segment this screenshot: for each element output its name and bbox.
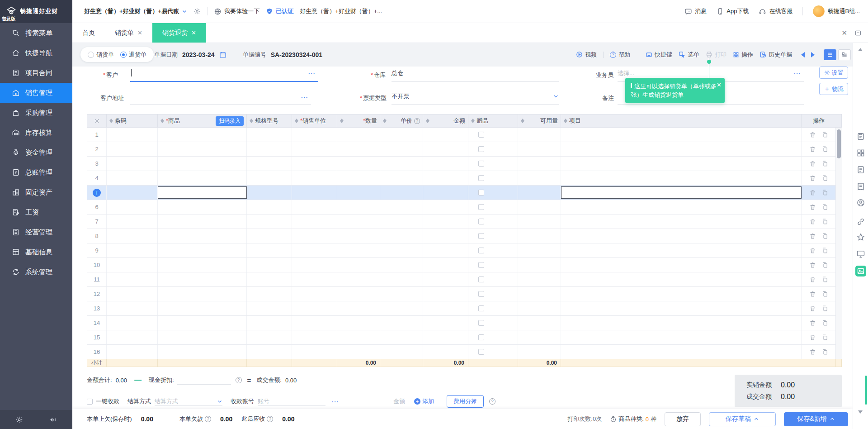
cell-barcode[interactable] bbox=[107, 316, 158, 330]
copy-row-icon[interactable] bbox=[821, 262, 828, 268]
gift-checkbox[interactable] bbox=[478, 305, 484, 311]
gift-checkbox[interactable] bbox=[478, 320, 484, 326]
calendar-icon[interactable] bbox=[219, 51, 226, 58]
cell-action[interactable] bbox=[802, 200, 836, 214]
copy-row-icon[interactable] bbox=[821, 348, 828, 355]
cell-product[interactable] bbox=[158, 229, 247, 243]
delete-row-icon[interactable] bbox=[809, 131, 816, 138]
cell-amount[interactable] bbox=[423, 171, 468, 185]
delete-row-icon[interactable] bbox=[809, 319, 816, 326]
cell-price[interactable] bbox=[380, 128, 423, 142]
discount-help-icon[interactable]: ? bbox=[236, 377, 242, 383]
cell-barcode[interactable] bbox=[107, 200, 158, 214]
address-input[interactable] bbox=[130, 88, 311, 105]
column-header-gift[interactable]: 赠品 bbox=[468, 114, 518, 127]
copy-row-icon[interactable] bbox=[821, 189, 828, 196]
cell-unit[interactable] bbox=[292, 301, 337, 315]
messages-button[interactable]: 消息 bbox=[684, 7, 707, 15]
fee-share-button[interactable]: 费用分摊 bbox=[447, 395, 484, 408]
cell-amount[interactable] bbox=[423, 229, 468, 243]
sort-arrows-icon[interactable] bbox=[564, 117, 567, 125]
cell-available[interactable] bbox=[518, 229, 561, 243]
cell-project[interactable] bbox=[561, 214, 802, 229]
cell-action[interactable] bbox=[802, 142, 836, 156]
cell-spec[interactable] bbox=[247, 316, 292, 330]
copy-row-icon[interactable] bbox=[821, 291, 828, 297]
cell-price[interactable] bbox=[380, 229, 423, 243]
copy-row-icon[interactable] bbox=[821, 146, 828, 153]
cell-barcode[interactable] bbox=[107, 330, 158, 344]
sidebar-item-sale[interactable]: 销售管理 bbox=[0, 83, 72, 103]
pick-order-button[interactable]: 选单 bbox=[679, 51, 699, 59]
table-row[interactable]: 4 bbox=[87, 171, 841, 186]
cell-project[interactable] bbox=[561, 330, 802, 344]
cell-product[interactable] bbox=[158, 142, 247, 156]
cell-product[interactable] bbox=[158, 171, 247, 185]
column-header-qty[interactable]: *数量 bbox=[337, 114, 380, 127]
gift-checkbox[interactable] bbox=[478, 161, 484, 167]
cell-barcode[interactable] bbox=[107, 301, 158, 315]
cell-price[interactable] bbox=[380, 243, 423, 257]
settle-select[interactable]: 结算方式 bbox=[155, 397, 222, 406]
apps-icon[interactable] bbox=[856, 148, 865, 157]
cell-spec[interactable] bbox=[247, 128, 292, 142]
customer-picker-dots[interactable]: ··· bbox=[308, 70, 316, 77]
cell-product[interactable] bbox=[158, 214, 247, 229]
cell-action[interactable] bbox=[802, 345, 836, 359]
cell-gift[interactable] bbox=[468, 171, 518, 185]
cell-price[interactable] bbox=[380, 272, 423, 286]
cell-action[interactable] bbox=[802, 272, 836, 286]
cell-project[interactable] bbox=[561, 301, 802, 315]
cell-available[interactable] bbox=[518, 345, 561, 359]
scroll-down-icon[interactable] bbox=[858, 410, 863, 416]
gift-checkbox[interactable] bbox=[478, 349, 484, 355]
online-service-button[interactable]: 在线客服 bbox=[759, 7, 793, 15]
cell-unit[interactable] bbox=[292, 171, 337, 185]
cell-qty[interactable] bbox=[337, 272, 380, 286]
cell-gift[interactable] bbox=[468, 142, 518, 156]
invoice-icon[interactable] bbox=[856, 182, 865, 191]
cell-barcode[interactable] bbox=[107, 214, 158, 229]
cell-price[interactable] bbox=[380, 287, 423, 301]
cell-spec[interactable] bbox=[247, 214, 292, 229]
table-row[interactable]: 14 bbox=[87, 316, 841, 330]
cell-barcode[interactable] bbox=[107, 258, 158, 272]
delete-row-icon[interactable] bbox=[809, 276, 816, 283]
cell-qty[interactable] bbox=[337, 214, 380, 229]
cell-qty[interactable] bbox=[337, 287, 380, 301]
cell-amount[interactable] bbox=[423, 345, 468, 359]
table-row[interactable]: 9 bbox=[87, 243, 841, 258]
customer-input[interactable] bbox=[130, 65, 318, 82]
cell-product[interactable] bbox=[158, 258, 247, 272]
account-products[interactable]: 好生意（普）+好业财（普）+... bbox=[300, 7, 382, 15]
cell-gift[interactable] bbox=[468, 287, 518, 301]
experience-link[interactable]: 我要体验一下 bbox=[214, 7, 259, 15]
cell-barcode[interactable] bbox=[107, 229, 158, 243]
cell-amount[interactable] bbox=[423, 316, 468, 330]
cell-spec[interactable] bbox=[247, 229, 292, 243]
fee-share-help-icon[interactable]: ? bbox=[489, 398, 495, 405]
table-row[interactable]: 7 bbox=[87, 214, 841, 229]
cell-barcode[interactable] bbox=[107, 243, 158, 257]
tab-sales-order[interactable]: 销货单 ✕ bbox=[105, 23, 152, 43]
cell-product[interactable] bbox=[158, 345, 247, 359]
cell-barcode[interactable] bbox=[107, 157, 158, 171]
cell-price[interactable] bbox=[380, 142, 423, 156]
column-header-amount[interactable]: 金额 bbox=[423, 114, 468, 127]
column-header-project[interactable]: 项目 bbox=[561, 114, 802, 127]
cell-unit[interactable] bbox=[292, 142, 337, 156]
cell-project[interactable] bbox=[561, 229, 802, 243]
close-tab-icon[interactable]: ✕ bbox=[137, 29, 142, 36]
copy-row-icon[interactable] bbox=[821, 218, 828, 225]
cell-product[interactable] bbox=[158, 301, 247, 315]
order-icon[interactable] bbox=[856, 132, 865, 141]
cell-product[interactable] bbox=[158, 287, 247, 301]
cell-available[interactable] bbox=[518, 200, 561, 214]
cell-unit[interactable] bbox=[292, 243, 337, 257]
cell-action[interactable] bbox=[802, 128, 836, 142]
user-menu[interactable]: 畅捷通B组... bbox=[813, 5, 860, 17]
cell-unit[interactable] bbox=[292, 287, 337, 301]
cell-gift[interactable] bbox=[468, 272, 518, 286]
gift-checkbox[interactable] bbox=[478, 132, 484, 138]
copy-row-icon[interactable] bbox=[821, 233, 828, 239]
